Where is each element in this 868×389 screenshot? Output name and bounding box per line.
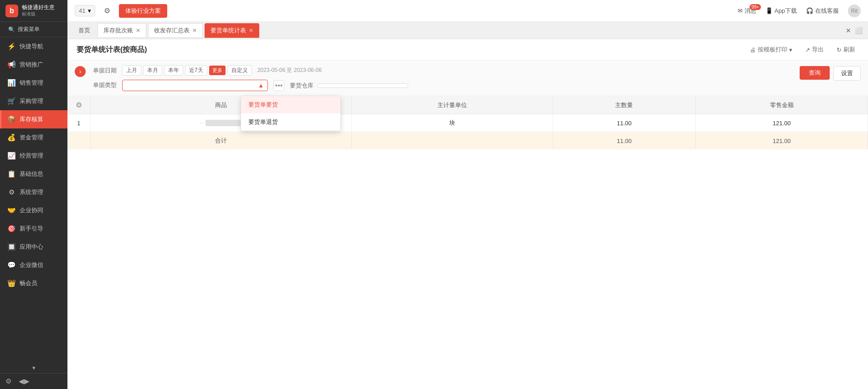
sales-label: 销售管理 bbox=[20, 79, 43, 87]
type-dropdown: 要货单要货 要货单退货 bbox=[241, 96, 341, 131]
date-7days-btn[interactable]: 近7天 bbox=[185, 65, 207, 76]
date-custom-btn[interactable]: 自定义 bbox=[227, 65, 252, 76]
app-download-label: App下载 bbox=[775, 7, 797, 15]
page-title: 要货单统计表(按商品) bbox=[77, 45, 147, 55]
message-icon: ✉ bbox=[738, 7, 743, 14]
warehouse-input[interactable] bbox=[317, 83, 408, 88]
sidebar-scroll-down[interactable]: ▾ bbox=[0, 363, 67, 373]
filter-actions: 查询 设置 bbox=[800, 66, 861, 81]
inventory-icon: 📦 bbox=[7, 115, 16, 124]
tab-inventory-batch[interactable]: 库存批次账 ✕ bbox=[98, 23, 146, 38]
sidebar-item-sales[interactable]: 📊 销售管理 bbox=[0, 74, 67, 92]
maximize-window-button[interactable]: ⬜ bbox=[855, 27, 863, 34]
type-filter-label: 单据类型 bbox=[93, 81, 117, 89]
print-button[interactable]: 🖨 按模板打印 ▾ bbox=[746, 44, 796, 56]
sidebar-item-finance[interactable]: 💰 资金管理 bbox=[0, 128, 67, 147]
app-center-label: 应用中心 bbox=[20, 243, 43, 251]
search-icon: 🔍 bbox=[8, 26, 15, 33]
app-download-button[interactable]: 📱 App下载 bbox=[765, 7, 797, 15]
sidebar-item-enterprise[interactable]: 🤝 企业协同 bbox=[0, 201, 67, 220]
service-icon: 🎧 bbox=[806, 7, 813, 14]
header-gear-button[interactable]: ⚙ bbox=[101, 5, 113, 17]
close-tab-order-stats[interactable]: ✕ bbox=[249, 28, 253, 33]
bottom-collapse-icon[interactable]: ◀▶ bbox=[19, 377, 30, 385]
sidebar-item-guide[interactable]: 🎯 新手引导 bbox=[0, 220, 67, 238]
sidebar-item-purchase[interactable]: 🛒 采购管理 bbox=[0, 92, 67, 110]
purchase-icon: 🛒 bbox=[7, 97, 16, 106]
more-dots-icon: ••• bbox=[275, 82, 283, 90]
date-this-month-btn[interactable]: 本月 bbox=[143, 65, 162, 76]
sidebar-item-quick-nav[interactable]: ⚡ 快捷导航 bbox=[0, 37, 67, 56]
sidebar-item-inventory[interactable]: 📦 库存核算 bbox=[0, 110, 67, 128]
tab-order-stats[interactable]: 要货单统计表 ✕ bbox=[205, 23, 259, 38]
tab-receive-summary[interactable]: 收发存汇总表 ✕ bbox=[148, 23, 203, 38]
sidebar-nav: ⚡ 快捷导航 📢 营销推广 📊 销售管理 🛒 采购管理 📦 库存核算 💰 资金管… bbox=[0, 37, 67, 363]
order-goods-label: 要货单要货 bbox=[248, 101, 278, 108]
date-more-btn[interactable]: 更多 bbox=[209, 66, 226, 75]
sidebar-item-app-center[interactable]: 🔲 应用中心 bbox=[0, 238, 67, 256]
search-menu[interactable]: 🔍 搜索菜单 bbox=[0, 22, 67, 37]
sidebar-item-marketing[interactable]: 📢 营销推广 bbox=[0, 56, 67, 74]
export-button[interactable]: ↗ 导出 bbox=[801, 44, 827, 56]
trial-button[interactable]: 体验行业方案 bbox=[119, 4, 167, 18]
date-last-month-btn[interactable]: 上月 bbox=[122, 65, 141, 76]
sidebar-bottom: ⚙ ◀▶ bbox=[0, 373, 67, 389]
top-header: 41 ▾ ⚙ 体验行业方案 ✉ 消息 99+ 📱 App下载 🎧 在线客服 bbox=[67, 0, 868, 22]
chevron-down-icon: ▾ bbox=[32, 364, 36, 371]
col-quantity: 主数量 bbox=[553, 96, 696, 114]
sidebar-item-wechat[interactable]: 💬 企业微信 bbox=[0, 256, 67, 274]
footer-empty-2 bbox=[352, 132, 553, 150]
sidebar-item-system[interactable]: ⚙ 系统管理 bbox=[0, 183, 67, 201]
app-download-icon: 📱 bbox=[765, 7, 773, 14]
date-this-year-btn[interactable]: 本年 bbox=[164, 65, 183, 76]
page-actions: 🖨 按模板打印 ▾ ↗ 导出 ↻ 刷新 bbox=[746, 44, 859, 56]
sidebar-item-member[interactable]: 👑 畅会员 bbox=[0, 274, 67, 292]
col-amount: 零售金额 bbox=[696, 96, 868, 114]
close-tab-receive-summary[interactable]: ✕ bbox=[192, 28, 197, 33]
main-area: 41 ▾ ⚙ 体验行业方案 ✉ 消息 99+ 📱 App下载 🎧 在线客服 bbox=[67, 0, 868, 389]
table-footer-row: 合计 11.00 121.00 bbox=[67, 132, 868, 150]
bottom-settings-icon[interactable]: ⚙ bbox=[5, 377, 11, 385]
export-label: 导出 bbox=[812, 46, 824, 54]
quick-nav-icon: ⚡ bbox=[7, 42, 16, 51]
settings-button[interactable]: 设置 bbox=[833, 66, 861, 81]
col-unit: 主计量单位 bbox=[352, 96, 553, 114]
user-avatar[interactable]: Rit bbox=[848, 5, 861, 17]
filter-bar: › 单据日期 上月 本月 本年 近7天 更多 自定义 2023-05-06 至 … bbox=[67, 61, 868, 96]
refresh-button[interactable]: ↻ 刷新 bbox=[833, 44, 859, 56]
system-icon: ⚙ bbox=[7, 188, 16, 197]
sidebar-item-operations[interactable]: 📈 经营管理 bbox=[0, 147, 67, 165]
footer-amount: 121.00 bbox=[696, 132, 868, 150]
system-label: 系统管理 bbox=[20, 188, 43, 196]
sidebar-item-basic-info[interactable]: 📋 基础信息 bbox=[0, 165, 67, 183]
operations-icon: 📈 bbox=[7, 151, 16, 160]
online-service-button[interactable]: 🎧 在线客服 bbox=[806, 7, 839, 15]
page-content: 要货单统计表(按商品) 🖨 按模板打印 ▾ ↗ 导出 ↻ 刷新 bbox=[67, 39, 868, 389]
footer-quantity: 11.00 bbox=[553, 132, 696, 150]
finance-icon: 💰 bbox=[7, 133, 16, 142]
messages-button[interactable]: ✉ 消息 99+ bbox=[738, 7, 756, 15]
guide-label: 新手引导 bbox=[20, 225, 43, 233]
tab-order-stats-label: 要货单统计表 bbox=[211, 26, 246, 35]
dropdown-item-order-goods[interactable]: 要货单要货 bbox=[241, 96, 340, 113]
data-table: ⚙ 商品 主计量单位 主数量 零售金额 1 bbox=[67, 96, 868, 149]
sidebar: b 畅捷通好生意 标准版 🔍 搜索菜单 ⚡ 快捷导航 📢 营销推广 📊 销售管理… bbox=[0, 0, 67, 389]
query-button[interactable]: 查询 bbox=[800, 66, 830, 80]
table-settings-icon[interactable]: ⚙ bbox=[76, 101, 82, 109]
store-selector[interactable]: 41 ▾ bbox=[75, 5, 95, 16]
header-left: 41 ▾ ⚙ 体验行业方案 bbox=[75, 4, 167, 18]
type-select[interactable]: ▲ bbox=[122, 80, 268, 91]
type-filter-row: 单据类型 ▲ ••• 要货仓库 bbox=[93, 79, 408, 91]
tab-home[interactable]: 首页 bbox=[73, 24, 96, 37]
close-window-button[interactable]: ✕ bbox=[846, 27, 851, 34]
print-icon: 🖨 bbox=[750, 46, 756, 53]
more-filter-button[interactable]: ••• bbox=[273, 80, 284, 91]
store-number: 41 bbox=[79, 7, 85, 14]
inventory-label: 库存核算 bbox=[20, 115, 43, 123]
filter-expand-button[interactable]: › bbox=[75, 66, 86, 77]
app-name: 畅捷通好生意 bbox=[22, 4, 55, 11]
close-tab-inventory-batch[interactable]: ✕ bbox=[136, 28, 140, 33]
dropdown-item-order-return[interactable]: 要货单退货 bbox=[241, 113, 340, 131]
marketing-label: 营销推广 bbox=[20, 61, 43, 69]
table-header-row: ⚙ 商品 主计量单位 主数量 零售金额 bbox=[67, 96, 868, 114]
